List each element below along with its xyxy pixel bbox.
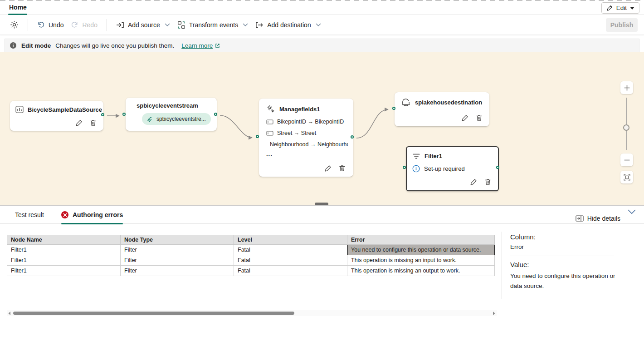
edit-mode-button[interactable]: Edit [601,2,639,14]
zoom-slider-handle[interactable] [623,124,629,131]
banner-message: Changes will go live once you publish th… [55,42,174,49]
zoom-out-button[interactable] [620,154,633,166]
chevron-down-icon [243,23,248,27]
table-header-row: Node Name Node Type Level Error [7,235,495,245]
output-port[interactable] [496,166,499,169]
field-icon [266,119,273,124]
cell-level[interactable]: Fatal [234,266,347,276]
settings-button[interactable] [6,18,22,32]
edit-node-icon[interactable] [75,119,83,127]
authoring-errors-table-wrap: Node Name Node Type Level Error Filter1 … [0,224,502,299]
details-divider [510,256,614,256]
tab-test-result[interactable]: Test result [15,206,44,224]
node-filter1-selected[interactable]: Filter1 Set-up required [406,146,499,191]
cell-level[interactable]: Fatal [234,255,347,266]
fit-to-screen-button[interactable] [620,171,633,183]
sample-data-source-icon [15,106,24,113]
col-level[interactable]: Level [234,235,347,245]
edit-node-icon[interactable] [324,164,332,172]
add-source-menu[interactable]: Add source [112,18,174,32]
input-port[interactable] [403,166,406,169]
delete-node-icon[interactable] [475,114,483,122]
table-row[interactable]: Filter1 Filter Fatal This operation is m… [7,255,495,266]
cell-node-name[interactable]: Filter1 [7,255,121,266]
cell-error[interactable]: This operation is missing an input to wo… [347,255,495,266]
info-icon [10,42,17,49]
field-mapping-label: Street → Street [277,130,316,136]
learn-more-link[interactable]: Learn more [181,42,220,49]
node-title: splakehousedestination [415,99,482,106]
dropdown-triangle-icon [630,7,634,10]
pencil-icon [606,5,613,11]
details-value-label: Value: [510,261,635,268]
output-port[interactable] [101,113,104,116]
table-row[interactable]: Filter1 Filter Fatal This operation is m… [7,266,495,276]
input-port[interactable] [256,135,259,138]
edit-button-label: Edit [616,5,627,11]
input-port[interactable] [122,113,126,116]
transform-events-icon [177,21,185,29]
add-destination-label: Add destination [267,21,311,29]
add-source-icon [116,21,124,29]
transform-events-menu[interactable]: Transform events [174,18,252,32]
cell-node-type[interactable]: Filter [121,266,234,276]
authoring-errors-table: Node Name Node Type Level Error Filter1 … [7,235,495,276]
scroll-right-arrow[interactable] [491,310,497,316]
scroll-left-arrow[interactable] [7,310,12,316]
output-port[interactable] [214,113,217,116]
redo-icon [71,21,78,29]
minus-icon [624,157,630,164]
col-node-type[interactable]: Node Type [121,235,234,245]
add-destination-menu[interactable]: Add destination [252,18,325,32]
redo-label: Redo [82,21,97,29]
publish-button[interactable]: Publish [606,18,638,32]
cell-node-type[interactable]: Filter [121,245,234,255]
hide-details-button[interactable]: Hide details [576,215,620,222]
chevron-down-icon [316,23,321,27]
edit-node-icon[interactable] [470,178,478,186]
node-bicycle-sample-datasource[interactable]: BicycleSampleDataSource [10,101,103,131]
cell-error-selected[interactable]: You need to configure this operation or … [347,245,495,255]
lakehouse-icon [401,98,411,107]
add-source-label: Add source [128,21,160,29]
eventstream-canvas[interactable]: BicycleSampleDataSource spbicycleeventst… [0,52,644,206]
cell-node-name[interactable]: Filter1 [7,266,121,276]
details-column-label: Column: [510,233,635,241]
table-row[interactable]: Filter1 Filter Fatal You need to configu… [7,245,495,255]
delete-node-icon[interactable] [484,178,492,186]
gear-icon [10,20,19,29]
scrollbar-thumb[interactable] [13,312,294,315]
cell-node-name[interactable]: Filter1 [7,245,121,255]
cell-level[interactable]: Fatal [234,245,347,255]
undo-button[interactable]: Undo [34,18,67,31]
collapse-panel-chevron[interactable] [628,209,636,214]
field-mapping-row: Street → Street [266,130,348,136]
edit-node-icon[interactable] [461,114,469,122]
col-node-name[interactable]: Node Name [7,235,121,245]
stream-pill-label: spbicycleeventstre... [156,116,206,122]
redo-button[interactable]: Redo [67,18,101,31]
zoom-in-button[interactable] [620,81,633,94]
error-badge-icon [61,211,68,218]
node-eventstream[interactable]: spbicycleeventstream spbicycleeventstre.… [126,98,217,131]
node-lakehouse-destination[interactable]: splakehousedestination [395,92,489,126]
delete-node-icon[interactable] [338,164,346,172]
zoom-slider-track[interactable] [626,98,627,150]
input-port[interactable] [392,107,395,110]
panel-resize-handle[interactable] [315,203,328,206]
stream-pill[interactable]: spbicycleeventstre... [142,113,211,125]
cell-error[interactable]: This operation is missing an output to w… [347,266,495,276]
gears-icon [266,104,275,114]
tab-home[interactable]: Home [9,4,27,11]
node-managefields[interactable]: Managefields1 BikepointID → BikepointID … [259,99,353,177]
horizontal-scrollbar[interactable] [7,310,497,316]
tab-label: Authoring errors [73,211,123,218]
tab-authoring-errors[interactable]: Authoring errors [61,206,123,224]
details-value-text: You need to configure this operation or … [510,271,617,291]
details-column-value: Error [510,243,635,250]
delete-node-icon[interactable] [89,119,97,127]
cell-node-type[interactable]: Filter [121,255,234,266]
scrollbar-track[interactable] [12,310,491,316]
output-port[interactable] [351,135,354,139]
col-error[interactable]: Error [347,235,495,245]
